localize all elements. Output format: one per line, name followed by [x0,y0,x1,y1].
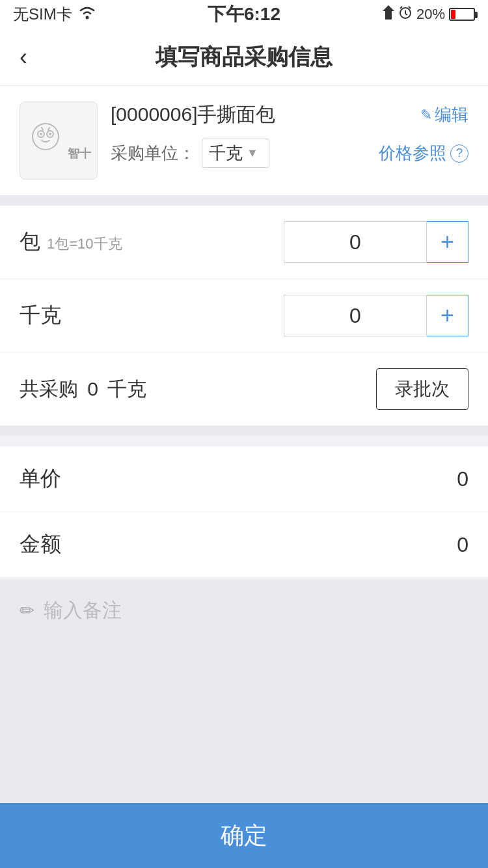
svg-line-6 [409,7,411,8]
status-left: 无SIM卡 [13,4,97,25]
svg-marker-1 [383,5,394,20]
owl-symbol: 智十 [26,118,91,162]
batch-button[interactable]: 录批次 [376,368,468,410]
bag-label-text: 包 [20,228,40,256]
unit-label-text: 采购单位： [111,142,195,165]
product-image: 智十 [20,102,98,180]
status-bar: 无SIM卡 下午6:12 [0,0,488,29]
product-name-row: [0000006]手撕面包 ✎ 编辑 [111,102,468,128]
kg-input-row: 千克 0 + [0,279,488,353]
battery-icon [449,8,475,21]
svg-line-13 [48,128,49,130]
notes-section[interactable]: ✏ 输入备注 [0,579,488,642]
kg-input-right: 0 + [284,295,468,336]
kg-increment-button[interactable]: + [427,295,468,336]
summary-text: 共采购 0 千克 [20,376,146,403]
kg-quantity-input[interactable]: 0 [284,295,427,336]
unit-label: 采购单位： 千克 ▼ [111,139,269,168]
amount-row: 金额 0 [0,512,488,578]
product-thumbnail: 智十 [26,118,91,162]
kg-label: 千克 [20,301,61,330]
svg-line-12 [42,128,43,130]
battery-percent: 20% [416,6,445,23]
amount-value: 0 [457,533,468,557]
summary-unit: 千克 [107,378,146,400]
confirm-label: 确定 [221,820,267,852]
product-name: [0000006]手撕面包 [111,102,275,128]
unit-price-label: 单价 [20,465,61,493]
summary-prefix: 共采购 [20,378,78,400]
product-info: [0000006]手撕面包 ✎ 编辑 采购单位： 千克 ▼ 价格参照 ? [111,102,468,168]
svg-point-10 [40,133,42,135]
edit-icon: ✎ [420,107,432,124]
product-unit-row: 采购单位： 千克 ▼ 价格参照 ? [111,139,468,168]
status-right: 20% [383,5,475,23]
unit-select[interactable]: 千克 ▼ [202,139,269,168]
svg-line-4 [405,14,407,15]
amount-label: 金额 [20,530,61,559]
nav-bar: ‹ 填写商品采购信息 [0,29,488,86]
notes-placeholder: 输入备注 [44,597,122,624]
chevron-down-icon: ▼ [247,146,258,160]
price-ref-button[interactable]: 价格参照 ? [379,142,468,165]
pencil-icon: ✏ [20,600,34,621]
confirm-button[interactable]: 确定 [0,803,488,868]
summary-quantity: 0 [87,378,98,400]
status-time: 下午6:12 [208,2,280,27]
bag-sublabel: 1包=10千克 [47,234,122,254]
svg-point-7 [33,124,59,150]
bag-quantity-input[interactable]: 0 [284,221,427,263]
input-section: 包 1包=10千克 0 + 千克 0 + 共采购 0 千克 [0,206,488,426]
price-section: 单价 0 金额 0 [0,446,488,578]
unit-price-value: 0 [457,467,468,491]
svg-point-11 [49,133,51,135]
section-separator-2 [0,426,488,436]
section-separator-1 [0,195,488,206]
svg-point-0 [85,16,88,20]
edit-button[interactable]: ✎ 编辑 [420,103,468,126]
bag-label: 包 1包=10千克 [20,228,122,256]
product-card: 智十 [0000006]手撕面包 ✎ 编辑 采购单位： 千克 ▼ [0,86,488,195]
carrier-text: 无SIM卡 [13,4,72,25]
alarm-icon [398,5,413,23]
location-icon [383,5,394,23]
price-ref-label: 价格参照 [379,142,446,165]
edit-label: 编辑 [435,103,468,126]
info-icon: ? [450,144,468,163]
wifi-icon [77,5,97,23]
kg-label-text: 千克 [20,301,61,330]
page-title: 填写商品采购信息 [156,42,332,72]
svg-line-5 [400,7,402,8]
bag-input-right: 0 + [284,221,468,263]
bag-input-row: 包 1包=10千克 0 + [0,206,488,279]
bag-increment-button[interactable]: + [427,221,468,263]
unit-value: 千克 [209,142,243,165]
summary-row: 共采购 0 千克 录批次 [0,353,488,426]
back-button[interactable]: ‹ [20,44,27,71]
unit-price-row: 单价 0 [0,446,488,512]
brand-label: 智十 [68,147,91,160]
